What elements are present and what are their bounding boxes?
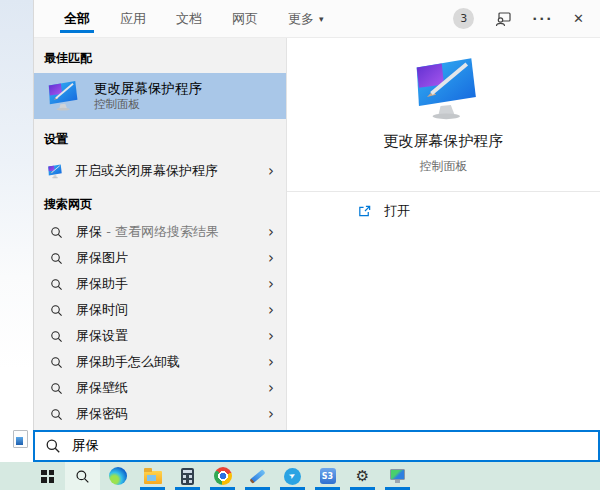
chevron-down-icon: ▾ [319,14,324,24]
search-suggestion[interactable]: 屏保时间 › [34,297,286,323]
search-icon [50,226,63,239]
screensaver-icon [44,80,80,112]
desktop-document-icon[interactable] [13,430,28,448]
taskbar-pen-tool[interactable] [240,462,275,490]
search-icon [50,252,63,265]
chevron-right-icon: › [268,355,274,370]
settings-result-label: 开启或关闭屏幕保护程序 [75,162,218,180]
tab-documents[interactable]: 文档 [176,0,202,37]
document-content-icon [16,437,23,445]
calculator-icon [181,468,194,485]
search-icon [45,438,61,454]
preview-divider [287,191,600,192]
pen-icon [249,469,265,484]
chevron-right-icon: › [268,251,274,266]
tab-all-label: 全部 [64,10,90,28]
gear-icon: ⚙ [356,469,369,484]
search-suggestion[interactable]: 屏保图片 › [34,245,286,271]
search-icon [50,382,63,395]
suggestion-text: 屏保图片 [76,249,128,267]
open-action-label: 打开 [384,202,410,220]
suggestion-text: 屏保时间 [76,301,128,319]
taskbar-settings[interactable]: ⚙ [345,462,380,490]
chevron-right-icon: › [268,381,274,396]
taskbar: ➤ S3 ⚙ [0,462,600,490]
screensaver-settings-icon [46,164,63,179]
section-best-match: 最佳匹配 [34,46,286,73]
search-icon [75,469,90,484]
search-icon [50,304,63,317]
best-match-text: 更改屏幕保护程序 控制面板 [94,80,202,111]
chevron-right-icon: › [268,277,274,292]
file-explorer-icon [144,471,162,484]
desktop-background [0,0,33,462]
search-suggestion[interactable]: 屏保密码 › [34,401,286,427]
feedback-icon[interactable] [494,11,512,27]
search-header: 全部 应用 文档 网页 更多 ▾ 3 ··· ✕ [34,0,600,38]
chevron-right-icon: › [268,329,274,344]
screensaver-large-icon [404,56,484,122]
taskbar-remote-desktop[interactable] [380,462,415,490]
results-list: 最佳匹配 更改屏幕保护程序 控制面板 设置 开启或关闭屏幕保护程序 › 搜索网页… [34,38,286,430]
search-bar [33,430,600,462]
preview-content: 更改屏幕保护程序 控制面板 打开 [287,38,600,226]
tab-web[interactable]: 网页 [232,0,258,37]
preview-panel: 更改屏幕保护程序 控制面板 打开 [286,38,600,430]
tab-more[interactable]: 更多 ▾ [288,0,324,37]
taskbar-edge[interactable] [100,462,135,490]
windows-logo-icon [41,470,54,483]
results-area: 最佳匹配 更改屏幕保护程序 控制面板 设置 开启或关闭屏幕保护程序 › 搜索网页… [34,38,600,430]
tab-apps[interactable]: 应用 [120,0,146,37]
search-suggestion[interactable]: 屏保 - 查看网络搜索结果 › [34,219,286,245]
monitor-app-icon [390,469,405,480]
suggestion-text: 屏保助手 [76,275,128,293]
best-match-subtitle: 控制面板 [94,97,202,111]
open-action[interactable]: 打开 [287,196,600,226]
notification-badge[interactable]: 3 [453,8,474,29]
tab-web-label: 网页 [232,10,258,28]
taskbar-s3-app[interactable]: S3 [310,462,345,490]
filter-tabs: 全部 应用 文档 网页 更多 ▾ [64,0,324,37]
chrome-browser-icon [214,467,232,485]
taskbar-file-explorer[interactable] [135,462,170,490]
taskbar-calculator[interactable] [170,462,205,490]
best-match-title: 更改屏幕保护程序 [94,80,202,97]
search-suggestion[interactable]: 屏保设置 › [34,323,286,349]
chevron-right-icon: › [268,225,274,240]
suggestion-text: 屏保密码 [76,405,128,423]
suggestion-text: 屏保设置 [76,327,128,345]
settings-result[interactable]: 开启或关闭屏幕保护程序 › [34,156,286,186]
taskbar-chrome[interactable] [205,462,240,490]
tab-documents-label: 文档 [176,10,202,28]
section-settings: 设置 [34,127,286,154]
chevron-right-icon: › [268,407,274,422]
best-match-result[interactable]: 更改屏幕保护程序 控制面板 [34,73,286,119]
suggestion-text: 屏保 - 查看网络搜索结果 [76,223,219,241]
preview-title: 更改屏幕保护程序 [384,132,504,151]
taskbar-search-button[interactable] [65,462,100,490]
search-suggestion[interactable]: 屏保壁纸 › [34,375,286,401]
search-icon [50,278,63,291]
more-options-icon[interactable]: ··· [532,11,553,26]
suggestion-text: 屏保助手怎么卸载 [76,353,180,371]
chevron-right-icon: › [268,164,274,179]
suggestion-text: 屏保壁纸 [76,379,128,397]
paper-plane-icon: ➤ [284,468,301,485]
search-icon [50,330,63,343]
chevron-right-icon: › [268,303,274,318]
taskbar-messenger[interactable]: ➤ [275,462,310,490]
section-web: 搜索网页 [34,192,286,219]
search-suggestion[interactable]: 屏保助手 › [34,271,286,297]
edge-browser-icon [109,467,127,485]
tab-all[interactable]: 全部 [64,0,90,37]
preview-subtitle: 控制面板 [420,158,468,175]
search-input[interactable] [72,438,588,454]
start-button[interactable] [30,462,65,490]
tab-apps-label: 应用 [120,10,146,28]
search-suggestion[interactable]: 屏保助手怎么卸载 › [34,349,286,375]
tab-more-label: 更多 [288,10,314,28]
search-flyout: 全部 应用 文档 网页 更多 ▾ 3 ··· ✕ [33,0,600,430]
search-icon [50,408,63,421]
header-actions: 3 ··· ✕ [453,8,584,29]
close-icon[interactable]: ✕ [573,11,584,26]
